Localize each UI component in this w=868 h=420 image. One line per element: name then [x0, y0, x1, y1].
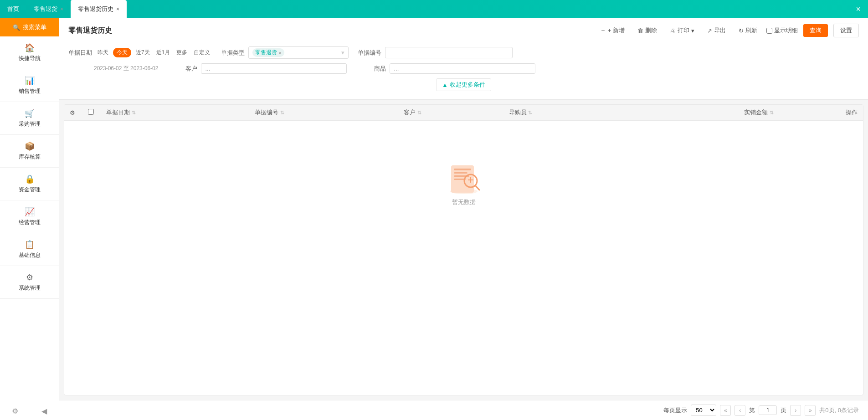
per-page-select[interactable]: 50 10 20 100: [691, 405, 716, 416]
export-label: 导出: [714, 26, 726, 35]
delete-button[interactable]: 🗑 删除: [634, 25, 661, 36]
col-operation: 操作: [779, 105, 863, 121]
date-opt-yesterday[interactable]: 昨天: [96, 48, 110, 57]
date-opt-more[interactable]: 更多: [175, 48, 189, 57]
delete-label: 删除: [645, 26, 657, 35]
table-header-row: ⚙ 单据日期 ⇅ 单据编号 ⇅ 客户: [64, 105, 863, 121]
top-tabs: 首页 零售退货 × 零售退货历史 ×: [0, 0, 848, 18]
svg-line-7: [475, 185, 479, 190]
settings-bottom-icon[interactable]: ⚙: [12, 407, 18, 415]
col-actual-amount[interactable]: 实销金额 ⇅: [630, 105, 779, 121]
search-icon: 🔍: [13, 24, 20, 31]
tab-retail-return-history[interactable]: 零售退货历史 ×: [71, 0, 127, 18]
select-all-checkbox[interactable]: [88, 109, 94, 115]
purchase-mgmt-icon: 🛒: [25, 108, 35, 118]
sidebar-item-capital-mgmt[interactable]: 🔒 资金管理: [0, 168, 59, 200]
show-detail-checkbox-label[interactable]: 显示明细: [766, 26, 798, 35]
doc-number-filter: 单据编号: [358, 47, 513, 58]
date-opt-7days[interactable]: 近7天: [134, 48, 152, 57]
show-detail-checkbox[interactable]: [766, 28, 772, 34]
sidebar-item-operations-mgmt[interactable]: 📈 经营管理: [0, 200, 59, 233]
col-doc-number[interactable]: 单据编号 ⇅: [249, 105, 398, 121]
sidebar-item-basic-info[interactable]: 📋 基础信息: [0, 233, 59, 266]
date-opt-custom[interactable]: 自定义: [192, 48, 212, 57]
operations-mgmt-icon: 📈: [25, 207, 35, 217]
filter-row-2: 2023-06-02 至 2023-06-02 客户 ... 商品 ...: [68, 63, 859, 74]
system-mgmt-icon: ⚙: [26, 272, 33, 282]
date-range-text: 2023-06-02 至 2023-06-02: [94, 65, 158, 72]
new-icon: ＋: [600, 26, 606, 35]
tab-retail-return-history-label: 零售退货历史: [78, 5, 113, 13]
basic-info-icon: 📋: [25, 240, 35, 250]
new-button[interactable]: ＋ + 新增: [596, 25, 628, 36]
prev-page-button[interactable]: ‹: [734, 405, 745, 416]
col-customer[interactable]: 客户 ⇅: [398, 105, 503, 121]
tab-retail-return-close[interactable]: ×: [60, 6, 63, 12]
delete-icon: 🗑: [637, 27, 643, 34]
date-filter: 单据日期 昨天 今天 近7天 近1月 更多 自定义: [68, 48, 212, 57]
col-operation-label: 操作: [846, 109, 858, 116]
tab-retail-return-history-close[interactable]: ×: [116, 6, 119, 12]
filter-area: 单据日期 昨天 今天 近7天 近1月 更多 自定义 单据类型: [68, 42, 859, 96]
customer-input[interactable]: ...: [201, 63, 347, 74]
col-doc-date[interactable]: 单据日期 ⇅: [101, 105, 249, 121]
query-button[interactable]: 查询: [803, 24, 828, 37]
sidebar-bottom: ⚙ ◀: [0, 402, 59, 420]
sidebar-item-quick-nav[interactable]: 🏠 快捷导航: [0, 36, 59, 69]
print-icon: 🖨: [670, 27, 676, 34]
doc-type-tag: 零售退货 ×: [252, 48, 284, 57]
doc-number-input[interactable]: [385, 47, 513, 58]
sales-mgmt-icon: 📊: [25, 76, 35, 86]
sidebar-item-capital-mgmt-label: 资金管理: [19, 186, 41, 194]
window-close-icon[interactable]: ×: [848, 5, 868, 14]
sort-guide-icon: ⇅: [528, 110, 532, 115]
tab-retail-return-label: 零售退货: [34, 5, 57, 13]
page-title-row: 零售退货历史 ＋ + 新增 🗑 删除 🖨 打印 ▾: [68, 24, 859, 37]
top-bar: 首页 零售退货 × 零售退货历史 × ×: [0, 0, 868, 18]
pagination-bar: 每页显示 50 10 20 100 « ‹ 第 页 › » 共0页, 0条记录: [59, 400, 868, 420]
doc-type-input[interactable]: 零售退货 × ▾: [248, 46, 349, 59]
refresh-button[interactable]: ↻ 刷新: [735, 25, 761, 36]
doc-type-tag-close[interactable]: ×: [278, 50, 281, 56]
sidebar-item-quick-nav-label: 快捷导航: [19, 55, 41, 62]
print-chevron-icon: ▾: [691, 27, 694, 34]
doc-type-filter: 单据类型 零售退货 × ▾: [221, 46, 349, 59]
print-button[interactable]: 🖨 打印 ▾: [666, 25, 698, 36]
sidebar-nav: 🏠 快捷导航 📊 销售管理 🛒 采购管理 📦 库存核算 🔒 资金管理 📈: [0, 36, 59, 402]
goods-input[interactable]: ...: [390, 63, 535, 74]
tab-home[interactable]: 首页: [0, 0, 26, 18]
next-page-button[interactable]: ›: [790, 405, 801, 416]
page-label: 第: [749, 406, 755, 415]
sidebar-item-system-mgmt[interactable]: ⚙ 系统管理: [0, 266, 59, 299]
collapse-filter-button[interactable]: ▲ 收起更多条件: [436, 78, 491, 91]
tab-retail-return[interactable]: 零售退货 ×: [26, 0, 71, 18]
refresh-icon: ↻: [739, 27, 744, 34]
table-wrapper: ⚙ 单据日期 ⇅ 单据编号 ⇅ 客户: [64, 104, 863, 395]
col-doc-date-label: 单据日期: [106, 109, 130, 116]
collapse-sidebar-icon[interactable]: ◀: [41, 407, 47, 415]
page-number-input[interactable]: [759, 405, 777, 415]
filter-row-1: 单据日期 昨天 今天 近7天 近1月 更多 自定义 单据类型: [68, 46, 859, 59]
date-opt-1month[interactable]: 近1月: [154, 48, 172, 57]
page-title: 零售退货历史: [68, 26, 112, 36]
col-doc-number-label: 单据编号: [255, 109, 278, 116]
empty-row: 暂无数据: [64, 121, 863, 243]
settings-button[interactable]: 设置: [833, 24, 859, 37]
sidebar-item-operations-mgmt-label: 经营管理: [19, 219, 41, 226]
show-detail-label: 显示明细: [774, 26, 798, 35]
sidebar-item-inventory-check[interactable]: 📦 库存核算: [0, 135, 59, 168]
col-guide[interactable]: 导购员 ⇅: [503, 105, 631, 121]
goods-label: 商品: [374, 65, 386, 73]
date-opt-today[interactable]: 今天: [113, 48, 131, 57]
sidebar-search[interactable]: 🔍 搜索菜单: [0, 18, 59, 36]
export-button[interactable]: ↗ 导出: [704, 25, 729, 36]
page-header: 零售退货历史 ＋ + 新增 🗑 删除 🖨 打印 ▾: [59, 18, 868, 100]
first-page-button[interactable]: «: [720, 405, 731, 416]
col-settings[interactable]: ⚙: [64, 105, 82, 121]
sidebar-item-sales-mgmt[interactable]: 📊 销售管理: [0, 69, 59, 102]
col-guide-label: 导购员: [509, 109, 527, 116]
total-info: 共0页, 0条记录: [819, 406, 859, 415]
date-options: 昨天 今天 近7天 近1月 更多 自定义: [96, 48, 212, 57]
last-page-button[interactable]: »: [805, 405, 816, 416]
sidebar-item-purchase-mgmt[interactable]: 🛒 采购管理: [0, 102, 59, 135]
